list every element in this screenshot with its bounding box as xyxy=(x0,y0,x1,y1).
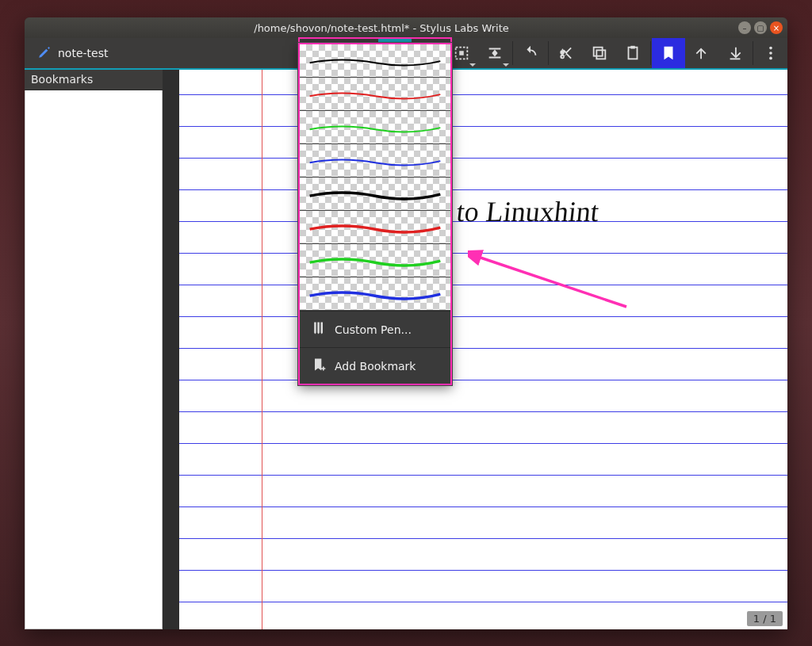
pencil-icon xyxy=(37,45,52,62)
pen-swatch-green-thin[interactable] xyxy=(300,111,450,144)
handwriting-text: to Linuxhint xyxy=(455,195,600,228)
cut-button[interactable] xyxy=(550,38,583,68)
pen-swatch-blue-thick[interactable] xyxy=(300,277,450,311)
canvas-area[interactable]: to Linuxhint 1 / 1 xyxy=(174,70,787,629)
page-indicator: 1 / 1 xyxy=(747,611,783,626)
window-minimize-button[interactable]: – xyxy=(738,21,751,34)
bookmark-add-icon xyxy=(311,357,327,375)
undo-button[interactable] xyxy=(514,38,547,68)
paste-button[interactable] xyxy=(616,38,649,68)
gutter xyxy=(164,70,174,629)
insert-space-tool-button[interactable] xyxy=(478,38,511,68)
pen-swatch-green-thick[interactable] xyxy=(300,244,450,277)
svg-rect-4 xyxy=(629,48,638,59)
window-maximize-button[interactable]: ▢ xyxy=(754,21,767,34)
window-titlebar: /home/shovon/note-test.html* - Stylus La… xyxy=(25,17,787,38)
svg-point-9 xyxy=(769,57,772,60)
margin-line xyxy=(262,70,262,629)
pen-swatch-blue-thin[interactable] xyxy=(300,144,450,178)
svg-rect-6 xyxy=(730,58,741,59)
svg-rect-5 xyxy=(630,46,635,49)
sidebar-header: Bookmarks xyxy=(25,70,163,90)
svg-point-7 xyxy=(769,47,772,50)
window-controls: – ▢ × xyxy=(738,21,783,34)
pen-swatch-red-thick[interactable] xyxy=(300,211,450,244)
next-page-button[interactable] xyxy=(718,38,752,68)
overflow-menu-button[interactable] xyxy=(754,38,787,68)
custom-pen-item[interactable]: Custom Pen... xyxy=(300,311,450,347)
document-tab[interactable]: note-test xyxy=(25,38,121,68)
svg-rect-3 xyxy=(594,48,603,56)
pen-dropdown: Custom Pen... Add Bookmark xyxy=(298,43,452,385)
window-title: /home/shovon/note-test.html* - Stylus La… xyxy=(25,22,738,34)
bookmark-button[interactable] xyxy=(652,38,685,68)
svg-rect-1 xyxy=(459,51,464,55)
prev-page-button[interactable] xyxy=(685,38,718,68)
ruled-lines xyxy=(179,70,787,629)
pen-swatch-black-thin[interactable] xyxy=(300,44,450,78)
pens-icon xyxy=(311,320,327,338)
svg-point-8 xyxy=(769,52,772,55)
document-tab-label: note-test xyxy=(58,47,108,59)
page[interactable]: to Linuxhint 1 / 1 xyxy=(179,70,787,629)
add-bookmark-item[interactable]: Add Bookmark xyxy=(300,347,450,384)
svg-rect-2 xyxy=(596,50,605,59)
copy-button[interactable] xyxy=(583,38,616,68)
custom-pen-label: Custom Pen... xyxy=(335,323,412,336)
pen-swatch-black-thick[interactable] xyxy=(300,178,450,211)
add-bookmark-label: Add Bookmark xyxy=(335,360,416,373)
window-close-button[interactable]: × xyxy=(770,21,783,34)
pen-swatch-red-thin[interactable] xyxy=(300,78,450,111)
bookmarks-sidebar: Bookmarks xyxy=(25,70,164,629)
